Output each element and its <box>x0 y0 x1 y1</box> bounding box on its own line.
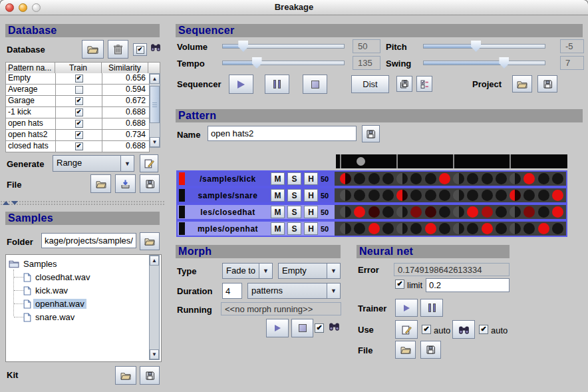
step-cell[interactable] <box>508 190 522 201</box>
split-divider[interactable] <box>0 200 165 206</box>
step-cell[interactable] <box>466 223 480 234</box>
step-cell[interactable] <box>522 223 536 234</box>
dist-button[interactable]: Dist <box>351 75 389 93</box>
train-checkbox[interactable] <box>75 120 83 128</box>
step-cell[interactable] <box>452 173 466 184</box>
tree-scrollbar[interactable]: ▲ ▼ <box>149 255 160 360</box>
step-cell[interactable] <box>339 190 353 201</box>
track-name[interactable]: samples/snare <box>185 191 271 200</box>
db-file-save-button[interactable] <box>140 174 160 193</box>
track-name[interactable]: les/closedhat <box>185 208 271 217</box>
train-checkbox[interactable] <box>75 75 83 83</box>
use-edit-button[interactable] <box>395 320 418 339</box>
step-cell[interactable] <box>367 173 381 184</box>
scroll-up-icon[interactable]: ▲ <box>150 74 160 84</box>
step-cell[interactable] <box>466 190 480 201</box>
pitch-slider[interactable] <box>423 41 545 52</box>
morph-stop-button[interactable] <box>291 319 313 337</box>
use-auto-checkbox-2[interactable] <box>479 325 488 334</box>
step-cell[interactable] <box>438 173 452 184</box>
scroll-up-icon[interactable]: ▲ <box>150 256 159 266</box>
step-cell[interactable] <box>494 190 508 201</box>
swing-slider[interactable] <box>423 57 545 69</box>
step-cell[interactable] <box>339 223 353 234</box>
pattern-save-button[interactable] <box>362 125 380 142</box>
step-cell[interactable] <box>508 223 522 234</box>
table-row[interactable]: Average0.594 <box>6 85 150 96</box>
step-cell[interactable] <box>353 173 367 184</box>
step-cell[interactable] <box>480 190 494 201</box>
table-row[interactable]: open hats20.734 <box>6 130 150 141</box>
step-cell[interactable] <box>452 206 466 218</box>
step-cell[interactable] <box>424 190 438 201</box>
step-cell[interactable] <box>480 206 494 218</box>
chevron-down-icon[interactable]: ▼ <box>327 264 340 278</box>
step-cell[interactable] <box>466 173 480 184</box>
step-cell[interactable] <box>395 223 409 234</box>
solo-button[interactable]: S <box>287 206 301 218</box>
database-find-button[interactable] <box>150 43 161 55</box>
tree-root[interactable]: Samples <box>9 258 59 270</box>
table-scrollbar[interactable]: ▲ ▼ <box>149 73 160 148</box>
step-cell[interactable] <box>466 206 480 218</box>
step-cell[interactable] <box>353 190 367 201</box>
train-checkbox[interactable] <box>75 97 83 105</box>
use-find-button[interactable] <box>452 320 475 339</box>
step-cell[interactable] <box>551 173 565 184</box>
step-cell[interactable] <box>480 223 494 234</box>
solo-button[interactable]: S <box>287 189 301 202</box>
step-cell[interactable] <box>551 190 565 201</box>
morph-unit-combo[interactable]: patterns ▼ <box>247 283 341 299</box>
db-file-open-button[interactable] <box>90 174 111 193</box>
step-cell[interactable] <box>409 190 423 201</box>
scrollbar-thumb[interactable] <box>150 86 160 123</box>
step-cell[interactable] <box>367 223 381 234</box>
step-cell[interactable] <box>409 173 423 184</box>
step-cell[interactable] <box>353 223 367 234</box>
step-cell[interactable] <box>494 206 508 218</box>
table-row[interactable]: -1 kick0.688 <box>6 107 150 118</box>
save-all-button[interactable] <box>396 76 412 92</box>
chevron-down-icon[interactable]: ▼ <box>120 156 134 171</box>
folder-open-button[interactable] <box>140 232 160 250</box>
mute-button[interactable]: M <box>271 206 285 218</box>
step-cell[interactable] <box>353 206 367 218</box>
slider-thumb[interactable] <box>471 41 481 52</box>
database-delete-button[interactable] <box>108 40 128 59</box>
train-checkbox[interactable] <box>75 86 83 94</box>
step-cell[interactable] <box>395 206 409 218</box>
step-cell[interactable] <box>424 173 438 184</box>
step-cell[interactable] <box>508 206 522 218</box>
step-cell[interactable] <box>409 223 423 234</box>
morph-play-button[interactable] <box>266 319 289 337</box>
morph-type-combo[interactable]: Fade to ▼ <box>222 263 273 279</box>
hold-button[interactable]: H <box>304 189 318 202</box>
table-row[interactable]: Empty0.656 <box>6 73 150 85</box>
column-train[interactable]: Train <box>55 63 101 73</box>
step-cell[interactable] <box>339 173 353 184</box>
step-cell[interactable] <box>522 206 536 218</box>
slider-thumb[interactable] <box>499 57 509 69</box>
nn-file-open-button[interactable] <box>395 341 416 359</box>
step-cell[interactable] <box>438 190 452 201</box>
tree-item[interactable]: snare.wav <box>23 311 76 323</box>
scroll-down-icon[interactable]: ▼ <box>150 349 159 359</box>
use-auto-checkbox-1[interactable] <box>422 325 431 334</box>
volume-slider[interactable] <box>222 41 345 52</box>
step-cell[interactable] <box>367 190 381 201</box>
morph-find-button[interactable] <box>329 321 340 334</box>
step-cell[interactable] <box>424 223 438 234</box>
sequencer-options-button[interactable] <box>416 76 432 92</box>
train-checkbox[interactable] <box>75 108 83 116</box>
limit-input[interactable] <box>426 278 510 292</box>
sequencer-stop-button[interactable] <box>303 75 327 94</box>
generate-edit-button[interactable] <box>140 154 158 172</box>
solo-button[interactable]: S <box>287 222 301 235</box>
solo-button[interactable]: S <box>287 172 301 185</box>
step-cell[interactable] <box>381 190 395 201</box>
hold-button[interactable]: H <box>304 222 318 235</box>
kit-save-button[interactable] <box>140 366 160 385</box>
sequencer-play-button[interactable] <box>229 75 253 94</box>
scroll-down-icon[interactable]: ▼ <box>150 137 160 147</box>
mute-button[interactable]: M <box>271 189 285 202</box>
